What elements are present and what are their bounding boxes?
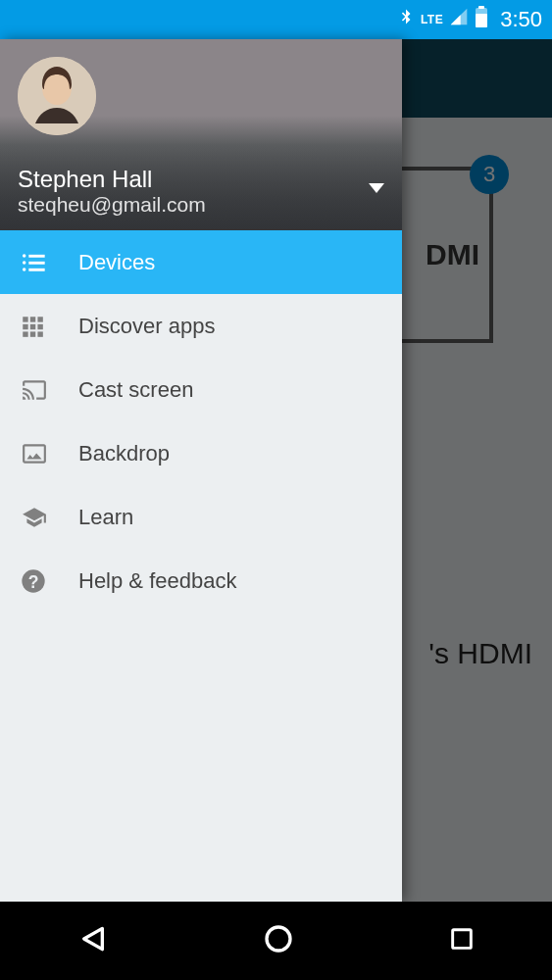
drawer-item-learn[interactable]: Learn: [0, 485, 402, 549]
account-email: steqheu@gmail.com: [18, 193, 353, 217]
svg-point-7: [23, 261, 26, 265]
lte-label: LTE: [421, 13, 443, 26]
drawer-item-cast-screen[interactable]: Cast screen: [0, 358, 402, 421]
drawer-item-label: Help & feedback: [78, 568, 236, 594]
drawer-item-discover-apps[interactable]: Discover apps: [0, 294, 402, 358]
svg-rect-6: [28, 254, 44, 257]
svg-rect-12: [30, 317, 35, 321]
svg-rect-13: [37, 317, 42, 321]
svg-rect-14: [23, 323, 27, 328]
clock: 3:50: [500, 7, 542, 32]
navigation-drawer: Stephen Hall steqheu@gmail.com Devices D…: [0, 39, 402, 902]
status-bar: LTE 3:50: [0, 0, 552, 39]
account-dropdown-icon[interactable]: [369, 179, 384, 197]
svg-rect-8: [28, 261, 44, 264]
cast-icon: [20, 377, 78, 403]
bluetooth-icon: [397, 5, 415, 34]
svg-rect-1: [476, 14, 487, 27]
svg-rect-19: [37, 331, 42, 336]
image-icon: [20, 441, 78, 466]
drawer-list: Devices Discover apps Cast screen Backdr…: [0, 230, 402, 902]
signal-icon: [449, 7, 469, 32]
svg-point-5: [23, 254, 26, 258]
devices-list-icon: [20, 249, 78, 276]
svg-rect-16: [37, 323, 42, 328]
svg-rect-18: [30, 331, 35, 336]
battery-icon: [475, 6, 488, 33]
svg-rect-17: [23, 331, 27, 336]
drawer-item-label: Discover apps: [78, 314, 215, 339]
drawer-item-label: Learn: [78, 505, 133, 530]
help-icon: ?: [20, 567, 78, 595]
svg-rect-15: [30, 323, 35, 328]
drawer-item-help-feedback[interactable]: ? Help & feedback: [0, 549, 402, 612]
drawer-item-backdrop[interactable]: Backdrop: [0, 421, 402, 485]
apps-grid-icon: [20, 314, 78, 339]
recents-button[interactable]: [448, 925, 476, 956]
school-icon: [20, 505, 78, 530]
drawer-header[interactable]: Stephen Hall steqheu@gmail.com: [0, 39, 402, 230]
svg-rect-10: [28, 268, 44, 270]
svg-point-22: [267, 927, 290, 951]
home-button[interactable]: [263, 923, 294, 958]
svg-point-9: [23, 268, 26, 271]
account-name: Stephen Hall: [18, 166, 353, 193]
drawer-item-devices[interactable]: Devices: [0, 230, 402, 294]
drawer-item-label: Devices: [78, 250, 155, 275]
avatar[interactable]: [18, 57, 96, 135]
back-button[interactable]: [77, 923, 109, 958]
system-nav-bar: [0, 902, 552, 980]
svg-rect-11: [23, 317, 27, 321]
svg-rect-2: [478, 6, 484, 9]
drawer-item-label: Cast screen: [78, 377, 193, 403]
svg-text:?: ?: [28, 572, 39, 592]
svg-rect-23: [452, 930, 471, 949]
drawer-item-label: Backdrop: [78, 441, 170, 466]
